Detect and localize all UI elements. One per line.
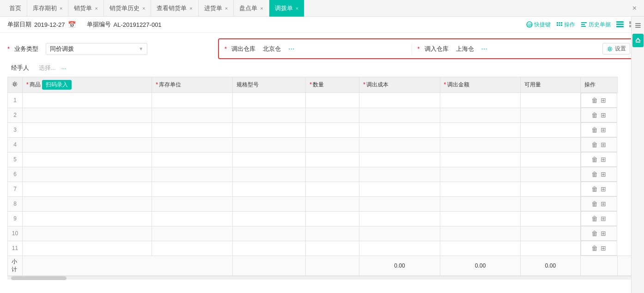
settings-button[interactable]: 设置 (602, 43, 630, 55)
product-cell[interactable] (23, 152, 152, 167)
scan-button[interactable]: 扫码录入 (42, 80, 72, 90)
cost-cell[interactable] (359, 167, 440, 182)
sidebar-expand-icon[interactable] (632, 34, 644, 47)
quantity-cell[interactable] (306, 137, 359, 152)
unit-cell[interactable] (152, 167, 233, 182)
close-purchase-order[interactable]: × (225, 6, 228, 11)
cost-cell[interactable] (359, 137, 440, 152)
tab-sales-order[interactable]: 销货单 × (68, 0, 103, 17)
cost-cell[interactable] (359, 108, 440, 122)
available-cell[interactable] (521, 241, 580, 256)
available-cell[interactable] (521, 122, 580, 137)
copy-icon[interactable]: ⊞ (601, 230, 606, 237)
unit-cell[interactable] (152, 226, 233, 241)
unit-cell[interactable] (152, 93, 233, 108)
unit-cell[interactable] (152, 182, 233, 196)
tab-transfer-order[interactable]: 调拨单 × (269, 0, 304, 17)
spec-cell[interactable] (232, 182, 305, 196)
amount-cell[interactable] (440, 137, 521, 152)
quantity-cell[interactable] (306, 211, 359, 226)
operations-button[interactable]: 操作 (556, 21, 575, 29)
delete-icon[interactable]: 🗑 (591, 200, 598, 208)
col-settings[interactable] (8, 77, 23, 93)
cost-cell[interactable] (359, 122, 440, 137)
product-cell[interactable] (23, 226, 152, 241)
copy-icon[interactable]: ⊞ (601, 97, 606, 104)
spec-cell[interactable] (232, 241, 305, 256)
product-cell[interactable] (23, 122, 152, 137)
available-cell[interactable] (521, 108, 580, 122)
handler-select[interactable]: 选择... (39, 64, 56, 72)
copy-icon[interactable]: ⊞ (601, 185, 606, 193)
amount-cell[interactable] (440, 196, 521, 211)
copy-icon[interactable]: ⊞ (601, 200, 606, 208)
spec-cell[interactable] (232, 196, 305, 211)
copy-icon[interactable]: ⊞ (601, 141, 606, 148)
amount-cell[interactable] (440, 122, 521, 137)
available-cell[interactable] (521, 93, 580, 108)
cost-cell[interactable] (359, 226, 440, 241)
quantity-cell[interactable] (306, 196, 359, 211)
horizontal-scrollbar[interactable] (7, 276, 637, 280)
delete-icon[interactable]: 🗑 (591, 185, 598, 193)
amount-cell[interactable] (440, 108, 521, 122)
quantity-cell[interactable] (306, 241, 359, 256)
product-cell[interactable] (23, 211, 152, 226)
spec-cell[interactable] (232, 108, 305, 122)
unit-cell[interactable] (152, 108, 233, 122)
quantity-cell[interactable] (306, 152, 359, 167)
available-cell[interactable] (521, 182, 580, 196)
amount-cell[interactable] (440, 152, 521, 167)
copy-icon[interactable]: ⊞ (601, 244, 606, 252)
available-cell[interactable] (521, 152, 580, 167)
amount-cell[interactable] (440, 226, 521, 241)
amount-cell[interactable] (440, 93, 521, 108)
cost-cell[interactable] (359, 241, 440, 256)
scrollbar-thumb[interactable] (11, 276, 67, 280)
close-transfer-order[interactable]: × (296, 6, 298, 11)
close-sales-order[interactable]: × (95, 6, 97, 11)
sidebar-list-icon[interactable] (633, 20, 643, 32)
available-cell[interactable] (521, 167, 580, 182)
product-cell[interactable] (23, 167, 152, 182)
available-cell[interactable] (521, 137, 580, 152)
business-type-select[interactable]: 同价调拨 ▼ (46, 43, 147, 55)
cost-cell[interactable] (359, 182, 440, 196)
amount-cell[interactable] (440, 167, 521, 182)
spec-cell[interactable] (232, 211, 305, 226)
amount-cell[interactable] (440, 211, 521, 226)
handler-more[interactable]: ··· (61, 65, 67, 72)
tab-inventory-init[interactable]: 库存期初 × (27, 0, 68, 17)
shortcuts-button[interactable]: ⌨ 快捷键 (526, 21, 551, 29)
copy-icon[interactable]: ⊞ (601, 126, 606, 134)
quantity-cell[interactable] (306, 226, 359, 241)
delete-icon[interactable]: 🗑 (591, 230, 598, 237)
close-inventory-init[interactable]: × (60, 6, 62, 11)
tab-sales-history[interactable]: 销货单历史 × (104, 0, 151, 17)
warehouse-out-more[interactable]: ··· (288, 45, 294, 53)
amount-cell[interactable] (440, 182, 521, 196)
close-sales-history[interactable]: × (142, 6, 145, 11)
spec-cell[interactable] (232, 122, 305, 137)
calendar-icon[interactable]: 📅 (68, 21, 76, 28)
quantity-cell[interactable] (306, 182, 359, 196)
copy-icon[interactable]: ⊞ (601, 156, 606, 163)
close-inventory-check[interactable]: × (260, 6, 263, 11)
unit-cell[interactable] (152, 152, 233, 167)
cost-cell[interactable] (359, 93, 440, 108)
cost-cell[interactable] (359, 211, 440, 226)
delete-icon[interactable]: 🗑 (591, 111, 598, 119)
unit-cell[interactable] (152, 211, 233, 226)
delete-icon[interactable]: 🗑 (591, 171, 598, 178)
spec-cell[interactable] (232, 226, 305, 241)
history-button[interactable]: 历史单据 (581, 21, 611, 29)
tab-home[interactable]: 首页 (4, 0, 27, 17)
product-cell[interactable] (23, 196, 152, 211)
quantity-cell[interactable] (306, 93, 359, 108)
available-cell[interactable] (521, 226, 580, 241)
delete-icon[interactable]: 🗑 (591, 244, 598, 252)
layout-icon-1[interactable] (616, 21, 624, 28)
quantity-cell[interactable] (306, 108, 359, 122)
product-cell[interactable] (23, 182, 152, 196)
spec-cell[interactable] (232, 93, 305, 108)
